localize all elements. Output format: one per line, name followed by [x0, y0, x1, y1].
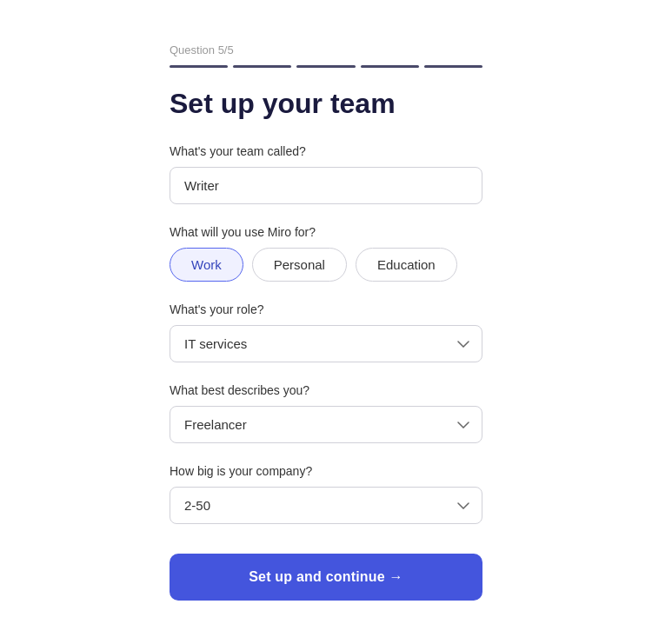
- progress-segment-3: [296, 65, 355, 68]
- company-size-select[interactable]: Just me 2-50 51-200 201-1000 1001+: [170, 487, 482, 524]
- use-for-group: What will you use Miro for? Work Persona…: [170, 225, 482, 282]
- page-container: Question 5/5 Set up your team What's you…: [0, 0, 652, 644]
- progress-segment-4: [361, 65, 419, 68]
- company-size-label: How big is your company?: [170, 464, 482, 478]
- toggle-work[interactable]: Work: [170, 248, 243, 282]
- question-label: Question 5/5: [170, 43, 482, 56]
- role-label: What's your role?: [170, 302, 482, 316]
- team-name-label: What's your team called?: [170, 144, 482, 158]
- toggle-education[interactable]: Education: [356, 248, 457, 282]
- use-for-toggle-group: Work Personal Education: [170, 248, 482, 282]
- role-group: What's your role? IT services Design Eng…: [170, 302, 482, 362]
- progress-segment-5: [424, 65, 482, 68]
- company-size-group: How big is your company? Just me 2-50 51…: [170, 464, 482, 524]
- form-container: Question 5/5 Set up your team What's you…: [170, 43, 482, 609]
- role-select[interactable]: IT services Design Engineering Marketing…: [170, 325, 482, 362]
- team-name-input[interactable]: [170, 167, 482, 204]
- progress-bar: [170, 65, 482, 68]
- page-title: Set up your team: [170, 87, 482, 120]
- describe-label: What best describes you?: [170, 383, 482, 397]
- toggle-personal[interactable]: Personal: [252, 248, 347, 282]
- progress-segment-2: [233, 65, 291, 68]
- team-name-group: What's your team called?: [170, 144, 482, 204]
- describe-group: What best describes you? Freelancer Empl…: [170, 383, 482, 443]
- use-for-label: What will you use Miro for?: [170, 225, 482, 239]
- progress-segment-1: [170, 65, 228, 68]
- describe-select[interactable]: Freelancer Employee Student Other: [170, 406, 482, 443]
- submit-button[interactable]: Set up and continue →: [170, 554, 482, 601]
